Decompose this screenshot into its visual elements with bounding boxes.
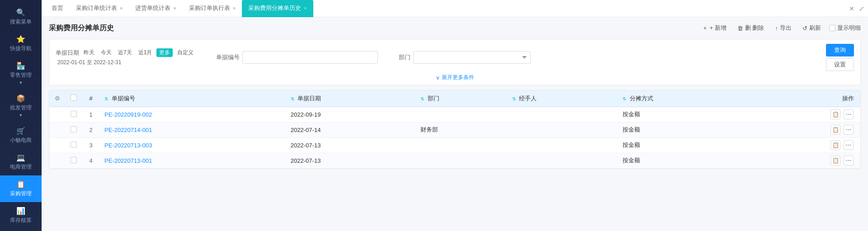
tab-home[interactable]: 首页 <box>45 0 70 17</box>
shortcut-today[interactable]: 今天 <box>99 48 113 57</box>
date-label: 单据日期 <box>56 49 79 57</box>
edit-button[interactable]: 📋 <box>830 140 840 150</box>
page-title-row: 采购费用分摊单历史 ＋ + 新增 🗑 删 删除 ↑ 导出 ↺ 刷新 <box>49 23 861 33</box>
shortcut-more[interactable]: 更多 <box>156 48 173 57</box>
tab-close-icon[interactable]: × <box>173 5 176 11</box>
row-checkbox[interactable] <box>71 157 77 163</box>
sidebar-item-wholesale[interactable]: 📦 批发管理 ▼ <box>0 90 42 122</box>
cell-doc-no: PE-20220714-001 <box>100 122 286 137</box>
cell-settings <box>49 137 66 153</box>
cell-ops: 📋 ⋯ <box>748 122 860 137</box>
doc-number-input[interactable] <box>242 51 378 64</box>
edit-button[interactable]: 📋 <box>830 156 840 165</box>
tab-purchase-cost-history[interactable]: 采购费用分摊单历史 × <box>242 0 313 17</box>
sidebar-item-ecommerce[interactable]: 💻 电商管理 <box>0 149 42 175</box>
th-doc-date[interactable]: ⇅ 单据日期 <box>286 90 416 107</box>
table-row: 1 PE-20220919-002 2022-09-19 按金额 📋 ⋯ <box>49 107 860 122</box>
delete-button[interactable]: 🗑 删 删除 <box>735 23 767 33</box>
cell-doc-date: 2022-07-14 <box>286 122 416 137</box>
th-ops: 操作 <box>748 90 860 107</box>
fullscreen-icon[interactable]: ⤢ <box>859 5 864 12</box>
close-all-tabs-icon[interactable]: ✕ <box>849 5 854 12</box>
add-button[interactable]: ＋ + 新增 <box>699 23 729 33</box>
sidebar-item-purchase[interactable]: 📋 采购管理 <box>0 175 42 202</box>
doc-number-filter-group: 单据编号 <box>216 51 378 64</box>
table-row: 2 PE-20220714-001 2022-07-14 财务部 按金额 📋 ⋯ <box>49 122 860 137</box>
tab-close-icon[interactable]: × <box>120 5 123 11</box>
cell-dept <box>416 137 507 153</box>
edit-button[interactable]: 📋 <box>830 109 840 119</box>
cell-num: 3 <box>82 137 100 153</box>
export-button[interactable]: ↑ 导出 <box>773 23 795 33</box>
cell-handler <box>508 107 618 122</box>
wholesale-icon: 📦 <box>16 94 25 103</box>
cell-handler <box>508 153 618 168</box>
cell-doc-no: PE-20220713-003 <box>100 137 286 153</box>
row-checkbox[interactable] <box>71 141 77 148</box>
edit-button[interactable]: 📋 <box>830 125 840 135</box>
date-filter-group: 单据日期 昨天 今天 近7天 近1月 更多 自定义 2022-01-01 至 2… <box>56 48 195 66</box>
row-checkbox[interactable] <box>71 111 77 117</box>
purchase-icon: 📋 <box>16 180 25 189</box>
sidebar-item-ecommerce-small[interactable]: 🛒 小畅电商 <box>0 122 42 149</box>
shortcut-1month[interactable]: 近1月 <box>137 48 154 57</box>
query-button[interactable]: 查询 <box>826 44 854 57</box>
expand-more-conditions[interactable]: ∨ 展开更多条件 <box>56 74 854 81</box>
shortcut-yesterday[interactable]: 昨天 <box>82 48 96 57</box>
cell-doc-no: PE-20220713-001 <box>100 153 286 168</box>
filter-row-1: 单据日期 昨天 今天 近7天 近1月 更多 自定义 2022-01-01 至 2… <box>56 44 854 71</box>
more-button[interactable]: ⋯ <box>844 109 854 119</box>
th-split-method[interactable]: ⇅ 分摊方式 <box>618 90 748 107</box>
select-all-checkbox[interactable] <box>71 94 77 101</box>
column-settings-icon[interactable]: ⚙ <box>54 95 61 102</box>
th-doc-no[interactable]: ⇅ 单据编号 <box>100 90 286 107</box>
table-row: 3 PE-20220713-003 2022-07-13 按金额 📋 ⋯ <box>49 137 860 153</box>
shortcut-7days[interactable]: 近7天 <box>116 48 134 57</box>
doc-no-link[interactable]: PE-20220713-001 <box>104 157 152 164</box>
ecommerce-icon: 💻 <box>16 153 25 162</box>
cell-split-method: 按金额 <box>618 153 748 168</box>
dept-filter-group: 部门 财务部 <box>399 51 531 64</box>
sort-icon: ⇅ <box>623 96 626 101</box>
row-checkbox[interactable] <box>71 126 77 132</box>
chevron-down-icon: ▼ <box>19 80 23 85</box>
sidebar-item-nav[interactable]: ⭐ 快捷导航 <box>0 30 42 57</box>
more-button[interactable]: ⋯ <box>844 140 854 150</box>
inventory-icon: 📊 <box>16 207 25 215</box>
th-handler[interactable]: ⇅ 经手人 <box>508 90 618 107</box>
setting-button[interactable]: 设置 <box>826 58 854 71</box>
doc-no-link[interactable]: PE-20220714-001 <box>104 127 152 133</box>
show-columns-toggle[interactable]: 显示明细 <box>829 24 861 32</box>
retail-icon: 🏪 <box>16 61 25 70</box>
cell-checkbox <box>66 137 82 153</box>
tab-close-icon[interactable]: × <box>304 5 307 11</box>
doc-number-label: 单据编号 <box>216 53 240 61</box>
tab-purchase-exec[interactable]: 采购订单执行表 × <box>183 0 242 17</box>
tab-close-icon[interactable]: × <box>233 5 236 11</box>
cell-num: 1 <box>82 107 100 122</box>
tab-purchase-order-stats[interactable]: 采购订单统计表 × <box>70 0 129 17</box>
cell-settings <box>49 107 66 122</box>
sidebar-item-inventory[interactable]: 📊 库存核算 <box>0 202 42 229</box>
cell-handler <box>508 137 618 153</box>
show-columns-checkbox[interactable] <box>829 25 835 31</box>
date-shortcuts: 昨天 今天 近7天 近1月 更多 自定义 <box>82 48 195 57</box>
refresh-button[interactable]: ↺ 刷新 <box>800 23 824 33</box>
tab-stock-stats[interactable]: 进货单统计表 × <box>129 0 182 17</box>
sidebar-item-retail[interactable]: 🏪 零售管理 ▼ <box>0 57 42 90</box>
cell-checkbox <box>66 122 82 137</box>
doc-no-link[interactable]: PE-20220713-003 <box>104 142 152 149</box>
filter-area: 单据日期 昨天 今天 近7天 近1月 更多 自定义 2022-01-01 至 2… <box>49 39 861 85</box>
ecommerce-small-icon: 🛒 <box>16 127 25 135</box>
sidebar-item-search[interactable]: 🔍 搜索菜单 <box>0 4 42 30</box>
cell-num: 4 <box>82 153 100 168</box>
date-shortcuts-row: 单据日期 昨天 今天 近7天 近1月 更多 自定义 <box>56 48 195 57</box>
shortcut-custom[interactable]: 自定义 <box>175 48 195 57</box>
dept-select[interactable]: 财务部 <box>413 51 531 64</box>
sort-icon: ⇅ <box>512 96 516 101</box>
th-dept[interactable]: ⇅ 部门 <box>416 90 507 107</box>
more-button[interactable]: ⋯ <box>844 156 854 165</box>
more-button[interactable]: ⋯ <box>844 125 854 135</box>
doc-no-link[interactable]: PE-20220919-002 <box>104 111 152 118</box>
sidebar-item-finance[interactable]: 💰 资金管理 <box>0 229 42 231</box>
